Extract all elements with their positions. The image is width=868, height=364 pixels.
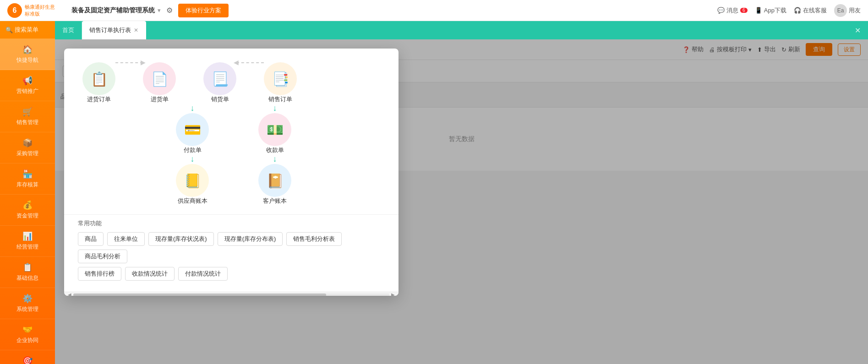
receipt-label: 收款单: [266, 146, 284, 154]
func-btn-counterparty[interactable]: 往来单位: [107, 232, 145, 246]
cooperation-icon: 🤝: [22, 325, 33, 335]
func-btn-payment-stats[interactable]: 付款情况统计: [178, 267, 228, 281]
top-header: 6 畅康通好生意 标准版 装备及固定资产辅助管理系统 ▾ ⚙ 体验行业方案 💬 …: [0, 0, 868, 21]
flow-column-purchase-receipt: 📄 进货单: [143, 62, 176, 103]
logo-icon: 6: [7, 3, 22, 18]
sidebar-item-marketing[interactable]: 📢 营销推广: [0, 70, 55, 101]
app-download-button[interactable]: 📱 App下载: [755, 6, 786, 15]
sidebar-item-purchase[interactable]: 📦 采购管理: [0, 132, 55, 163]
scrollbar-right-arrow[interactable]: ▶: [391, 292, 395, 296]
payment-icon: 💳: [184, 122, 201, 138]
sidebar-item-cooperation[interactable]: 🤝 企业协同: [0, 319, 55, 350]
page-content: ❓ 帮助 🖨 按模板打印 ▾ ⬆ 导出 ↻ 刷新: [55, 39, 868, 364]
operations-icon: 📊: [22, 231, 33, 241]
content-area: 首页 销售订单执行表 ✕ ✕ ❓ 帮助 🖨: [55, 21, 868, 364]
modal-overlay: 📋 进货订单 ▶: [55, 39, 868, 364]
payment-label: 付款单: [184, 146, 202, 154]
home-icon: 🏠: [22, 44, 33, 54]
func-btn-stock-status[interactable]: 现存量(库存状况表): [148, 232, 214, 246]
online-service-button[interactable]: 🎧 在线客服: [794, 6, 827, 15]
sidebar-item-quick-nav[interactable]: 🏠 快捷导航: [0, 39, 55, 70]
modal-scrollbar: ◀ ▶: [64, 292, 399, 296]
trial-button[interactable]: 体验行业方案: [178, 4, 229, 17]
sales-receipt-label: 销货单: [211, 95, 229, 103]
func-btn-sales-profit[interactable]: 销售毛利分析表: [286, 232, 342, 246]
common-funcs-title: 常用功能: [78, 219, 385, 228]
func-btn-receipt-stats[interactable]: 收款情况统计: [125, 267, 175, 281]
sales-receipt-node[interactable]: 📃: [203, 62, 236, 95]
flow-column-supplier-ledger: ↓ 📒 供应商账本: [165, 154, 220, 205]
supplier-ledger-node[interactable]: 📒: [176, 164, 209, 197]
customer-ledger-icon: 📔: [267, 173, 284, 189]
sidebar-item-inventory[interactable]: 🏪 库存核算: [0, 163, 55, 195]
message-badge: 6: [740, 8, 748, 13]
func-btn-stock-dist[interactable]: 现存量(库存分布表): [218, 232, 283, 246]
dropdown-arrow-icon[interactable]: ▾: [158, 7, 161, 14]
func-buttons-row1: 商品 往来单位 现存量(库存状况表) 现存量(库存分布表) 销售毛利分析表 商品…: [78, 232, 385, 263]
func-btn-product[interactable]: 商品: [78, 232, 104, 246]
message-icon: 💬: [717, 7, 725, 14]
flow-diagram: 📋 进货订单 ▶: [64, 49, 399, 214]
payment-node[interactable]: 💳: [176, 113, 209, 146]
receipt-icon: 💵: [267, 122, 284, 138]
purchase-order-node[interactable]: 📋: [82, 62, 115, 95]
logo-text: 畅康通好生意 标准版: [25, 4, 55, 17]
supplier-ledger-label: 供应商账本: [178, 197, 207, 205]
system-icon: ⚙️: [22, 293, 33, 304]
customer-ledger-label: 客户账本: [263, 197, 287, 205]
logo-area: 6 畅康通好生意 标准版: [7, 3, 62, 18]
tab-bar-close-button[interactable]: ✕: [847, 26, 868, 35]
newcomer-icon: 🎯: [22, 356, 33, 364]
sidebar-item-basic-info[interactable]: 📋 基础信息: [0, 257, 55, 288]
flow-column-purchase-order: 📋 进货订单: [82, 62, 115, 103]
sidebar: 🔍 搜索菜单 🏠 快捷导航 📢 营销推广 🛒 销售管理 📦 采购管理 🏪: [0, 21, 55, 364]
customer-ledger-node[interactable]: 📔: [258, 164, 291, 197]
service-icon: 🎧: [794, 7, 801, 14]
system-title: 装备及固定资产辅助管理系统: [71, 6, 155, 15]
settings-icon[interactable]: ⚙: [166, 6, 173, 15]
purchase-receipt-node[interactable]: 📄: [143, 62, 176, 95]
flow-column-payment: ↓ 💳 付款单: [165, 103, 220, 154]
sidebar-item-newcomer[interactable]: 🎯 新手引导: [0, 350, 55, 364]
sidebar-item-finance[interactable]: 💰 资金管理: [0, 195, 55, 226]
flow-column-sales-receipt: 📃 销货单: [203, 62, 236, 103]
flow-modal: 📋 进货订单 ▶: [64, 49, 399, 296]
receipt-node[interactable]: 💵: [258, 113, 291, 146]
func-btn-product-profit[interactable]: 商品毛利分析: [78, 250, 127, 263]
tab-close-icon[interactable]: ✕: [134, 27, 138, 33]
header-right: 💬 消息 6 📱 App下载 🎧 在线客服 Ea 用友: [717, 4, 861, 17]
func-buttons-row2: 销售排行榜 收款情况统计 付款情况统计: [78, 267, 385, 281]
message-button[interactable]: 💬 消息 6: [717, 6, 748, 15]
marketing-icon: 📢: [22, 76, 33, 86]
flow-column-receipt: ↓ 💵 收款单: [247, 103, 302, 154]
sidebar-item-sales[interactable]: 🛒 销售管理: [0, 101, 55, 132]
sidebar-item-operations[interactable]: 📊 经营管理: [0, 226, 55, 257]
scrollbar-left-arrow[interactable]: ◀: [68, 292, 71, 296]
download-icon: 📱: [755, 7, 762, 14]
flow-column-sales-order: 📑 销售订单: [264, 62, 297, 103]
system-title-area: 装备及固定资产辅助管理系统 ▾ ⚙ 体验行业方案: [71, 4, 717, 17]
sales-icon: 🛒: [22, 107, 33, 117]
tab-sales-order-exec[interactable]: 销售订单执行表 ✕: [82, 21, 146, 39]
purchase-receipt-label: 进货单: [151, 95, 169, 103]
common-functions-area: 常用功能 商品 往来单位 现存量(库存状况表) 现存量(库存分布表) 销售毛利分…: [64, 214, 399, 292]
purchase-order-label: 进货订单: [87, 95, 111, 103]
tab-bar: 首页 销售订单执行表 ✕ ✕: [55, 21, 868, 39]
sales-order-label: 销售订单: [268, 95, 292, 103]
tab-home[interactable]: 首页: [55, 21, 82, 39]
scrollbar-thumb: [73, 293, 326, 296]
scrollbar-track[interactable]: [73, 293, 389, 296]
sales-order-icon: 📑: [272, 71, 289, 87]
purchase-receipt-icon: 📄: [151, 71, 168, 87]
search-icon: 🔍: [5, 27, 13, 33]
user-menu[interactable]: Ea 用友: [834, 4, 861, 17]
flow-column-customer-ledger: ↓ 📔 客户账本: [247, 154, 302, 205]
sidebar-item-system[interactable]: ⚙️ 系统管理: [0, 288, 55, 319]
main-body: 🔍 搜索菜单 🏠 快捷导航 📢 营销推广 🛒 销售管理 📦 采购管理 🏪: [0, 21, 868, 364]
sidebar-search[interactable]: 🔍 搜索菜单: [0, 21, 55, 39]
sales-order-node[interactable]: 📑: [264, 62, 297, 95]
purchase-order-icon: 📋: [91, 71, 108, 87]
finance-icon: 💰: [22, 200, 33, 210]
purchase-icon: 📦: [22, 138, 33, 148]
func-btn-sales-rank[interactable]: 销售排行榜: [78, 267, 121, 281]
